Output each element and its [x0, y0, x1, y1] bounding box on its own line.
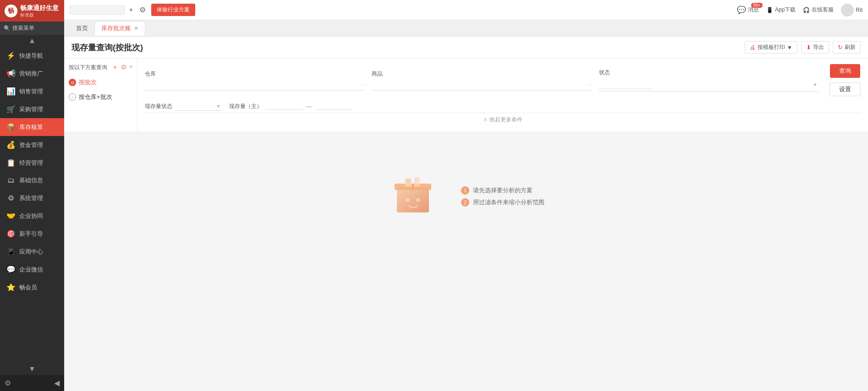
- scheme-dot-gray: ○: [69, 93, 76, 101]
- quicknav-icon: ⚡: [6, 51, 16, 60]
- sidebar-item-apps[interactable]: 📱 应用中心: [0, 243, 64, 261]
- svg-point-4: [416, 198, 420, 202]
- scheme-item-label-warehouse-batch: 按仓库+批次: [79, 93, 112, 101]
- scheme-add-icon[interactable]: ＋: [112, 63, 118, 71]
- collab-icon: 🤝: [6, 212, 16, 220]
- sidebar-item-collab[interactable]: 🤝 企业协同: [0, 207, 64, 225]
- topbar: ▼ ⚙ 体验行业方案 💬 消息 99+ 📱 App下载 🎧 在线客服 Rit: [64, 0, 868, 20]
- inventory-status-label: 现存量状态: [145, 103, 172, 110]
- sidebar-item-member[interactable]: ⭐ 畅会员: [0, 278, 64, 296]
- svg-rect-6: [414, 177, 420, 186]
- empty-hints: 1 请先选择要分析的方案 2 用过滤条件来缩小分析范围: [461, 186, 544, 206]
- sidebar-item-marketing[interactable]: 📢 营销推广: [0, 65, 64, 82]
- topbar-user[interactable]: Rit: [841, 4, 863, 16]
- tab-home[interactable]: 首页: [70, 22, 94, 35]
- scheme-item-warehouse-batch[interactable]: ○ 按仓库+批次: [64, 90, 137, 104]
- collapse-label: 收起更多条件: [489, 116, 522, 123]
- topbar-search-box[interactable]: [70, 5, 125, 15]
- headset-icon: 🎧: [803, 7, 810, 13]
- sidebar-item-label: 应用中心: [19, 248, 43, 256]
- sidebar-item-finance[interactable]: 💰 资金管理: [0, 136, 64, 154]
- sidebar-item-label: 销售管理: [19, 87, 43, 96]
- export-btn[interactable]: ⬇ 导出: [801, 41, 829, 54]
- sidebar-item-label: 快捷导航: [19, 52, 43, 60]
- query-button[interactable]: 查询: [830, 64, 860, 78]
- hint-2-text: 用过滤条件来缩小分析范围: [473, 198, 544, 206]
- print-chevron-icon[interactable]: ▼: [787, 44, 792, 51]
- page-content: 现存量查询(按批次) 🖨 按模板打印 ▼ ⬇ 导出 ↻ 刷新: [64, 37, 868, 391]
- filter-row-1: 仓库 ··· 商品 ··· 状态: [145, 64, 861, 96]
- sidebar-item-quicknav[interactable]: ⚡ 快捷导航: [0, 47, 64, 65]
- tab-batch[interactable]: 库存批次账 ✕: [94, 21, 145, 36]
- filter-field-warehouse: 仓库 ···: [145, 70, 364, 91]
- warehouse-more-icon[interactable]: ···: [361, 82, 364, 87]
- sidebar-item-inventory[interactable]: 📦 库存核算: [0, 118, 64, 136]
- nav-scroll-up[interactable]: ▲: [0, 35, 64, 47]
- refresh-icon: ↻: [838, 44, 843, 51]
- print-label: 按模板打印: [758, 43, 785, 51]
- sidebar-item-sales[interactable]: 📊 销售管理: [0, 82, 64, 100]
- sidebar-item-label: 基础信息: [19, 176, 43, 185]
- online-service-label: 在线客服: [812, 6, 834, 14]
- sidebar-item-label: 系统管理: [19, 194, 43, 202]
- footer-settings-icon[interactable]: ⚙: [5, 379, 11, 387]
- sidebar-item-guide[interactable]: 🎯 新手引导: [0, 225, 64, 243]
- filter-inventory-qty: 现存量（主） —: [229, 103, 352, 110]
- filter-field-goods: 商品 ···: [372, 70, 591, 91]
- sidebar-item-label: 企业微信: [19, 266, 43, 274]
- trial-btn[interactable]: 体验行业方案: [151, 4, 195, 16]
- scheme-collapse-icon[interactable]: «: [129, 63, 132, 71]
- filter-area: 仓库 ··· 商品 ··· 状态: [137, 59, 868, 132]
- logo-text: 畅: [8, 7, 14, 15]
- svg-rect-0: [397, 187, 429, 212]
- inventory-status-select[interactable]: [176, 102, 222, 111]
- purchase-icon: 🛒: [6, 105, 16, 114]
- empty-svg: [388, 169, 438, 219]
- sidebar-item-wechat[interactable]: 💬 企业微信: [0, 261, 64, 278]
- collapse-filter-btn[interactable]: ∧ 收起更多条件: [145, 113, 861, 126]
- scheme-settings-icon[interactable]: ⊙: [121, 63, 126, 71]
- inventory-icon: 📦: [6, 123, 16, 131]
- topbar-app-download[interactable]: 📱 App下载: [766, 6, 796, 14]
- sidebar-search[interactable]: 🔍 搜索菜单: [0, 22, 64, 35]
- filter-field-status: 状态 ▼: [599, 69, 819, 92]
- goods-input[interactable]: [372, 81, 588, 88]
- app-title: 畅康通好生意: [20, 4, 59, 12]
- topbar-messages[interactable]: 💬 消息 99+: [737, 5, 759, 14]
- qty-range-to[interactable]: [316, 103, 352, 110]
- scheme-item-batch[interactable]: ⊙ 按批次: [64, 75, 137, 90]
- hint-1-text: 请先选择要分析的方案: [473, 186, 533, 195]
- sidebar-header[interactable]: 畅 畅康通好生意 标准版: [0, 0, 64, 22]
- footer-collapse-icon[interactable]: ◀: [54, 379, 60, 387]
- scheme-item-label-batch: 按批次: [79, 78, 97, 87]
- refresh-btn[interactable]: ↻ 刷新: [833, 41, 861, 54]
- sidebar-item-label: 营销推广: [19, 70, 43, 78]
- qty-range-from[interactable]: [266, 103, 302, 110]
- goods-more-icon[interactable]: ···: [588, 82, 591, 87]
- apps-icon: 📱: [6, 247, 16, 256]
- sidebar-item-basics[interactable]: 🗂 基础信息: [0, 172, 64, 189]
- tab-home-label: 首页: [76, 24, 88, 33]
- scheme-header-title: 按以下方案查询: [69, 64, 107, 71]
- print-icon: 🖨: [750, 44, 756, 51]
- topbar-gear-icon[interactable]: ⚙: [139, 5, 146, 14]
- finance-icon: 💰: [6, 141, 16, 149]
- sidebar-item-system[interactable]: ⚙ 系统管理: [0, 189, 64, 207]
- warehouse-label: 仓库: [145, 70, 364, 78]
- nav-scroll-down[interactable]: ▼: [0, 363, 64, 375]
- export-icon: ⬇: [806, 44, 811, 51]
- topbar-online-service[interactable]: 🎧 在线客服: [803, 6, 834, 14]
- settings-button[interactable]: 设置: [830, 82, 861, 96]
- topbar-search-input[interactable]: [74, 7, 110, 13]
- sidebar-item-purchase[interactable]: 🛒 采购管理: [0, 100, 64, 118]
- status-select[interactable]: [599, 80, 654, 89]
- tab-close-icon[interactable]: ✕: [134, 26, 138, 31]
- scheme-header-icons: ＋ ⊙ «: [112, 63, 132, 71]
- inventory-qty-label: 现存量（主）: [229, 103, 262, 110]
- print-btn[interactable]: 🖨 按模板打印 ▼: [745, 41, 797, 54]
- tabbar: 首页 库存批次账 ✕: [64, 20, 868, 37]
- warehouse-input[interactable]: [145, 81, 361, 88]
- sidebar-item-label: 资金管理: [19, 141, 43, 149]
- topbar-chevron-icon[interactable]: ▼: [128, 7, 134, 13]
- sidebar-item-operations[interactable]: 📋 经营管理: [0, 154, 64, 172]
